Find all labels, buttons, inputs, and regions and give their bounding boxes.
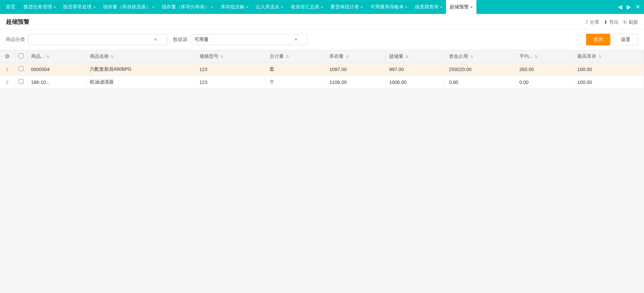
- close-tab-10[interactable]: ×: [470, 5, 472, 9]
- sort-icon-spec: ⇅: [220, 55, 223, 59]
- close-tab-5[interactable]: ×: [281, 5, 283, 9]
- nav-tab-yaohuo[interactable]: 要货单统计表 ×: [327, 0, 366, 14]
- refresh-icon: ↻: [623, 19, 627, 25]
- table-row: 2 186-10... 机油滤清器 123 个 1106.00 1006.00 …: [0, 76, 644, 89]
- cell-product-code: 186-10...: [27, 76, 86, 89]
- close-tab-3[interactable]: ×: [211, 5, 213, 9]
- nav-home[interactable]: 首页: [1, 0, 20, 14]
- nav-tab-shoufacun[interactable]: 收发存汇总表 ×: [287, 0, 327, 14]
- row-checkbox[interactable]: [19, 66, 23, 71]
- nav-tab-jianghuo[interactable]: 拣货任务管理 ×: [20, 0, 59, 14]
- close-tab-4[interactable]: ×: [246, 5, 248, 9]
- th-capital[interactable]: 资金占用 ⇅: [445, 50, 516, 63]
- category-select[interactable]: ▾: [28, 34, 167, 45]
- datasource-select[interactable]: 可用量 ▾: [190, 34, 308, 45]
- nav-prev-arrow[interactable]: ◀: [616, 4, 625, 10]
- share-icon: ⤴: [586, 19, 588, 25]
- nav-tab-xiancunliang1[interactable]: 现存量（库存状况表） ×: [99, 0, 158, 14]
- datasource-dropdown-icon: ▾: [295, 37, 297, 42]
- data-table: ⚙ 商品... ⇅ 商品名称 ⇅ 规格型号 ⇅: [0, 50, 644, 89]
- cell-stock: 1106.00: [326, 76, 385, 89]
- row-number: 1: [0, 63, 15, 76]
- close-tab-7[interactable]: ×: [361, 5, 363, 9]
- refresh-button[interactable]: ↻ 刷新: [623, 19, 638, 26]
- th-settings[interactable]: ⚙: [0, 50, 15, 63]
- cell-max-stock: 100.00: [574, 63, 644, 76]
- nav-next-arrow[interactable]: ▶: [625, 4, 633, 10]
- cell-overstock: 1006.00: [385, 76, 445, 89]
- sort-icon-capital: ⇅: [470, 55, 473, 59]
- select-all-checkbox[interactable]: [19, 53, 23, 58]
- table-row: 1 0000004 六配套新昌490BPG 123 套 1097.00 997.…: [0, 63, 644, 76]
- page-title: 超储预警: [6, 18, 29, 26]
- close-tab-8[interactable]: ×: [405, 5, 407, 9]
- settings-button[interactable]: 设置: [613, 34, 638, 45]
- datasource-label: 数据源: [173, 36, 187, 43]
- cell-stock: 1097.00: [326, 63, 385, 76]
- close-tab-9[interactable]: ×: [440, 5, 442, 9]
- th-product-name[interactable]: 商品名称 ⇅: [86, 50, 195, 63]
- category-filter: 商品分类 ▾: [6, 34, 167, 45]
- th-stock[interactable]: 库存量 ⇅: [326, 50, 385, 63]
- page-container: 超储预警 ⤴ 分享 ⬇ 导出 ↻ 刷新 商品分类 ▾ 数据源: [0, 14, 644, 89]
- cell-product-name: 机油滤清器: [86, 76, 195, 89]
- nav-tab-jianhuo-yichang[interactable]: 拣货异常处理 ×: [59, 0, 99, 14]
- sort-icon-max: ⇅: [599, 55, 601, 59]
- sort-icon-avg: ⇅: [535, 55, 538, 59]
- table-container: ⚙ 商品... ⇅ 商品名称 ⇅ 规格型号 ⇅: [0, 50, 644, 89]
- close-tab-1[interactable]: ×: [93, 5, 95, 9]
- table-header-row: ⚙ 商品... ⇅ 商品名称 ⇅ 规格型号 ⇅: [0, 50, 644, 63]
- page-header: 超储预警 ⤴ 分享 ⬇ 导出 ↻ 刷新: [0, 14, 644, 29]
- nav-close-all[interactable]: ✕: [633, 4, 643, 10]
- nav-tab-baozhi[interactable]: 保质期查询 ×: [411, 0, 446, 14]
- category-label: 商品分类: [6, 36, 25, 43]
- category-dropdown-icon: ▾: [154, 37, 157, 42]
- cell-capital: 0.00: [445, 76, 516, 89]
- row-checkbox-cell[interactable]: [15, 76, 27, 89]
- nav-tab-churu-liushui[interactable]: 出入库流水 ×: [252, 0, 287, 14]
- nav-tab-kucun-pizhang[interactable]: 库存批次账 ×: [217, 0, 252, 14]
- sort-icon-unit: ⇅: [286, 55, 289, 59]
- cell-avg: 0.00: [516, 76, 574, 89]
- nav-tab-chaochuyujing[interactable]: 超储预警 ×: [446, 0, 476, 14]
- th-product-code[interactable]: 商品... ⇅: [27, 50, 86, 63]
- filter-buttons: 查询 设置: [586, 34, 638, 45]
- row-checkbox[interactable]: [19, 79, 23, 84]
- nav-arrow-group: ◀ ▶ ✕: [616, 4, 643, 10]
- sort-icon-stock: ⇅: [346, 55, 349, 59]
- th-checkbox[interactable]: [15, 50, 27, 63]
- cell-product-code: 0000004: [27, 63, 86, 76]
- datasource-filter: 数据源 可用量 ▾: [173, 34, 308, 45]
- th-spec[interactable]: 规格型号 ⇅: [195, 50, 266, 63]
- export-button[interactable]: ⬇ 导出: [604, 19, 619, 26]
- th-overstock[interactable]: 超储量 ⇅: [385, 50, 445, 63]
- query-button[interactable]: 查询: [586, 34, 610, 45]
- sort-icon-overstock: ⇅: [406, 55, 409, 59]
- close-tab-6[interactable]: ×: [321, 5, 323, 9]
- th-max-stock[interactable]: 最高库存 ⇅: [574, 50, 644, 63]
- row-checkbox-cell[interactable]: [15, 63, 27, 76]
- nav-tab-keyongliang[interactable]: 可用量库存账本 ×: [367, 0, 411, 14]
- close-tab-0[interactable]: ×: [54, 5, 56, 9]
- header-actions: ⤴ 分享 ⬇ 导出 ↻ 刷新: [586, 19, 638, 26]
- export-icon: ⬇: [604, 19, 608, 25]
- close-tab-2[interactable]: ×: [152, 5, 154, 9]
- cell-avg: 260.00: [516, 63, 574, 76]
- share-button[interactable]: ⤴ 分享: [586, 19, 599, 26]
- th-avg[interactable]: 平均... ⇅: [516, 50, 574, 63]
- filter-row: 商品分类 ▾ 数据源 可用量 ▾ 查询 设置: [0, 29, 644, 50]
- cell-unit: 个: [266, 76, 326, 89]
- cell-spec: 123: [195, 63, 266, 76]
- cell-unit: 套: [266, 63, 326, 76]
- settings-gear-icon[interactable]: ⚙: [5, 53, 10, 59]
- top-navigation: 首页 拣货任务管理 × 拣货异常处理 × 现存量（库存状况表） × 现存量（库存…: [0, 0, 644, 14]
- nav-tab-xiancunliang2[interactable]: 现存量（库存分布表） ×: [158, 0, 217, 14]
- cell-overstock: 997.00: [385, 63, 445, 76]
- th-unit[interactable]: 主计量 ⇅: [266, 50, 326, 63]
- sort-icon-name: ⇅: [111, 55, 114, 59]
- cell-product-name: 六配套新昌490BPG: [86, 63, 195, 76]
- sort-icon-code: ⇅: [47, 55, 50, 59]
- cell-max-stock: 100.00: [574, 76, 644, 89]
- cell-capital: 259220.00: [445, 63, 516, 76]
- row-number: 2: [0, 76, 15, 89]
